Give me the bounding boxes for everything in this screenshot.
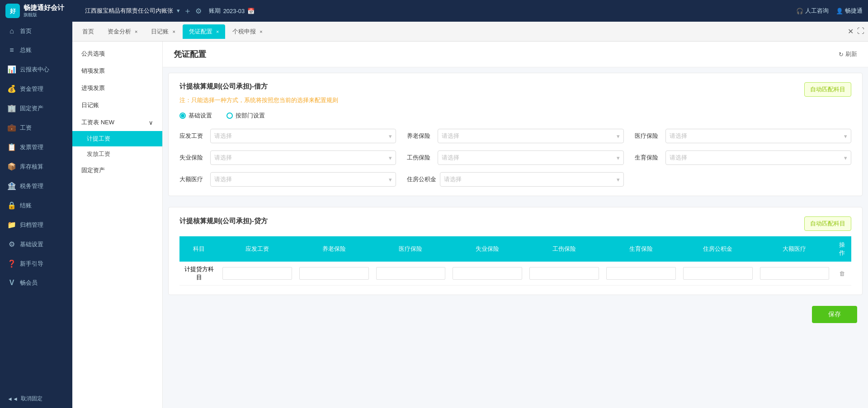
vip-icon: V [7, 279, 16, 287]
input-injury[interactable] [529, 267, 599, 280]
select-housing-fund[interactable]: 请选择 ▾ [440, 172, 623, 187]
select-should-pay[interactable]: 请选择 ▾ [210, 129, 396, 143]
debit-auto-match-button[interactable]: 自动匹配科目 [804, 82, 851, 97]
select-unemployment[interactable]: 请选择 ▾ [210, 150, 396, 165]
left-nav-fixed-assets[interactable]: 固定资产 [72, 162, 162, 179]
cell-housing [679, 262, 756, 286]
sidebar-label-assets: 固定资产 [20, 104, 43, 113]
sidebar-item-capital[interactable]: 💰 资金管理 [0, 79, 72, 98]
cancel-fixed-icon: ◄◄ [7, 396, 18, 402]
tab-home-label: 首页 [82, 28, 94, 36]
input-big-medical[interactable] [760, 267, 830, 280]
sidebar-item-assets[interactable]: 🏢 固定资产 [0, 98, 72, 118]
consult-button[interactable]: 🎧 人工咨询 [796, 7, 829, 15]
sidebar-item-close[interactable]: 🔒 结账 [0, 196, 72, 215]
period-selector[interactable]: 账期 2023-03 📅 [209, 7, 255, 15]
sidebar-item-tax[interactable]: 🏦 税务管理 [0, 176, 72, 196]
refresh-icon: ↻ [839, 51, 844, 58]
input-unemployment[interactable] [453, 267, 522, 280]
sidebar-label-settings: 基础设置 [20, 240, 43, 249]
left-nav-journal[interactable]: 日记账 [72, 97, 162, 114]
sidebar-item-guide[interactable]: ❓ 新手引导 [0, 254, 72, 273]
credit-auto-match-button[interactable]: 自动匹配科目 [804, 216, 851, 231]
company-selector[interactable]: 江西服宝精品有限责任公司内账张 ▾ [85, 7, 180, 15]
logo-area: 好 畅捷通好会计 旗舰版 [5, 4, 78, 18]
left-nav-calc-salary[interactable]: 计提工资 [72, 131, 162, 146]
sidebar-item-reports[interactable]: 📊 云报表中心 [0, 60, 72, 79]
page-title: 凭证配置 [174, 49, 206, 60]
label-injury: 工伤保险 [407, 154, 434, 162]
left-nav-pay-salary[interactable]: 发放工资 [72, 146, 162, 162]
field-should-pay: 应发工资 请选择 ▾ [179, 129, 396, 143]
credit-table-header: 科目 应发工资 养老保险 医疗保险 失业保险 工伤保险 生育保险 住房公积金 大… [179, 236, 851, 262]
left-nav-public[interactable]: 公共选项 [72, 45, 162, 62]
top-bar: 好 畅捷通好会计 旗舰版 江西服宝精品有限责任公司内账张 ▾ ＋ ⚙ 账期 20… [0, 0, 868, 22]
sidebar-item-ledger[interactable]: ≡ 总账 [0, 41, 72, 60]
tab-home[interactable]: 首页 [76, 24, 100, 39]
cancel-fixed-button[interactable]: ◄◄ 取消固定 [0, 389, 72, 408]
window-expand-button[interactable]: ⛶ [857, 27, 864, 36]
debit-section: 计提核算规则(公司承担)-借方 注：只能选择一种方式，系统将按照您当前的选择来配… [168, 73, 863, 196]
input-should-pay[interactable] [222, 267, 292, 280]
app-name: 畅捷通好会计 [24, 4, 64, 12]
select-big-medical[interactable]: 请选择 ▾ [210, 172, 396, 187]
sidebar-item-invoice[interactable]: 📋 发票管理 [0, 137, 72, 157]
sidebar-item-home[interactable]: ⌂ 首页 [0, 22, 72, 41]
input-pension[interactable] [299, 267, 369, 280]
home-icon: ⌂ [7, 27, 16, 35]
delete-row-icon[interactable]: 🗑 [839, 270, 845, 277]
left-nav-salary-table-group[interactable]: 工资表 NEW ∨ [72, 114, 162, 131]
tab-capital[interactable]: 资金分析 × [101, 24, 144, 39]
sidebar-item-inventory[interactable]: 📦 库存核算 [0, 157, 72, 176]
input-housing[interactable] [683, 267, 753, 280]
left-nav-sales[interactable]: 销项发票 [72, 62, 162, 80]
select-pension[interactable]: 请选择 ▾ [438, 129, 623, 143]
input-birth[interactable] [606, 267, 676, 280]
debit-form-grid: 应发工资 请选择 ▾ 养老保险 请选择 ▾ [179, 129, 851, 187]
page-content: 公共选项 销项发票 进项发票 日记账 工资表 NEW ∨ 计提工资 [72, 42, 868, 408]
field-housing-fund: 住房公积金 请选择 ▾ [407, 172, 623, 187]
sidebar-item-settings[interactable]: ⚙ 基础设置 [0, 234, 72, 254]
field-unemployment: 失业保险 请选择 ▾ [179, 150, 396, 165]
sidebar-item-archive[interactable]: 📁 归档管理 [0, 215, 72, 234]
tab-tax[interactable]: 个税申报 × [226, 24, 269, 39]
left-nav-purchase[interactable]: 进项发票 [72, 80, 162, 97]
window-close-button[interactable]: ✕ [848, 27, 854, 36]
cell-big-medical [756, 262, 833, 286]
radio-basic[interactable]: 基础设置 [179, 112, 212, 120]
top-bar-actions: 🎧 人工咨询 👤 畅捷通 [796, 7, 863, 15]
label-should-pay: 应发工资 [179, 132, 207, 140]
input-medical[interactable] [376, 267, 446, 280]
select-birth[interactable]: 请选择 ▾ [665, 150, 851, 165]
settings-gear-icon[interactable]: ⚙ [195, 7, 202, 15]
content-area: 首页 资金分析 × 日记账 × 凭证配置 × 个税申报 × ✕ ⛶ [72, 22, 868, 408]
app-logo-icon: 好 [5, 4, 20, 18]
tab-voucher[interactable]: 凭证配置 × [183, 24, 225, 39]
calendar-icon[interactable]: 📅 [247, 8, 255, 14]
tab-journal[interactable]: 日记账 × [145, 24, 181, 39]
tab-capital-close[interactable]: × [135, 29, 137, 34]
save-button[interactable]: 保存 [812, 306, 857, 323]
main-layout: ⌂ 首页 ≡ 总账 📊 云报表中心 💰 资金管理 🏢 固定资产 💼 工资 📋 发… [0, 22, 868, 408]
sidebar-label-guide: 新手引导 [20, 260, 43, 268]
select-injury[interactable]: 请选择 ▾ [438, 150, 623, 165]
left-nav: 公共选项 销项发票 进项发票 日记账 工资表 NEW ∨ 计提工资 [72, 42, 163, 408]
radio-dept[interactable]: 按部门设置 [226, 112, 265, 120]
archive-icon: 📁 [7, 220, 16, 229]
sidebar-label-home: 首页 [20, 27, 32, 35]
label-big-medical: 大额医疗 [179, 175, 207, 183]
tab-journal-close[interactable]: × [172, 29, 175, 34]
select-arrow: ▾ [389, 155, 392, 161]
sidebar-item-vip[interactable]: V 畅会员 [0, 273, 72, 292]
sidebar-item-salary[interactable]: 💼 工资 [0, 118, 72, 137]
sidebar: ⌂ 首页 ≡ 总账 📊 云报表中心 💰 资金管理 🏢 固定资产 💼 工资 📋 发… [0, 22, 72, 408]
select-medical[interactable]: 请选择 ▾ [665, 129, 851, 143]
label-housing-fund: 住房公积金 [407, 175, 436, 183]
tab-voucher-close[interactable]: × [216, 29, 219, 34]
field-big-medical: 大额医疗 请选择 ▾ [179, 172, 396, 187]
user-avatar[interactable]: 👤 畅捷通 [836, 7, 863, 15]
refresh-button[interactable]: ↻ 刷新 [839, 50, 857, 58]
credit-section: 计提核算规则(公司承担)-贷方 自动匹配科目 科目 应发工资 养老保险 医疗保险… [168, 207, 863, 295]
add-tab-button[interactable]: ＋ [184, 5, 192, 16]
tab-tax-close[interactable]: × [259, 29, 262, 34]
